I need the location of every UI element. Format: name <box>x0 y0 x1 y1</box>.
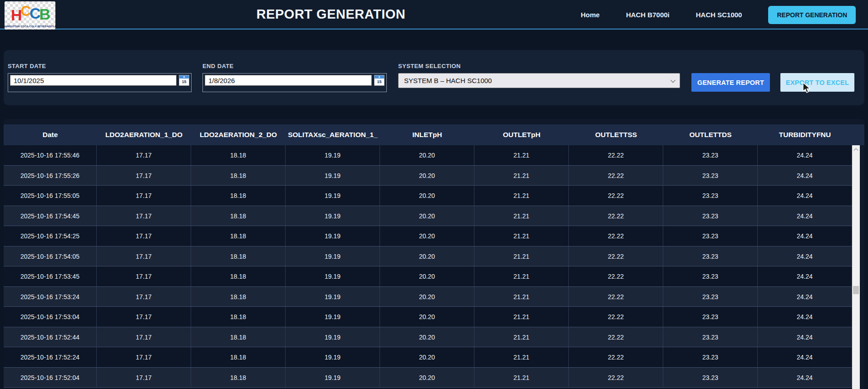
start-date-calendar-icon[interactable]: 15 <box>179 75 189 86</box>
table-row: 2025-10-16 17:55:4617.1718.1819.1920.202… <box>4 145 852 166</box>
cell-value: 19.19 <box>286 226 380 246</box>
scrollbar-thumb[interactable] <box>853 286 859 294</box>
cell-value: 20.20 <box>380 287 474 307</box>
cell-value: 23.23 <box>663 246 758 266</box>
cell-value: 17.17 <box>97 307 191 327</box>
cell-value: 22.22 <box>569 166 663 186</box>
cell-value: 24.24 <box>758 368 852 388</box>
nav-report-generation-button[interactable]: REPORT GENERATION <box>768 6 856 24</box>
cell-value: 18.18 <box>191 347 286 367</box>
cell-value: 23.23 <box>663 307 758 327</box>
cell-value: 17.17 <box>97 145 191 165</box>
cell-date: 2025-10-16 17:55:05 <box>4 186 97 206</box>
system-selection-group: SYSTEM SELECTION SYSTEM B – HACH SC1000 <box>398 63 680 88</box>
cell-date: 2025-10-16 17:54:05 <box>4 246 97 266</box>
company-logo: HCCB HINDUSTAN COCA-COLA BEVERAGES PVT. … <box>5 1 55 30</box>
cell-value: 21.21 <box>474 226 569 246</box>
cell-value: 18.18 <box>191 226 286 246</box>
table-scrollbar[interactable] <box>852 145 860 389</box>
end-date-input[interactable] <box>205 75 372 86</box>
cell-date: 2025-10-16 17:52:24 <box>4 347 97 367</box>
cell-value: 20.20 <box>380 166 474 186</box>
cell-value: 18.18 <box>191 266 286 286</box>
start-date-input[interactable] <box>10 75 177 86</box>
cell-value: 22.22 <box>569 145 663 165</box>
cell-date: 2025-10-16 17:54:45 <box>4 206 97 226</box>
chevron-down-icon <box>671 77 676 82</box>
cell-value: 21.21 <box>474 145 569 165</box>
table-row: 2025-10-16 17:55:2617.1718.1819.1920.202… <box>4 166 852 186</box>
cell-value: 18.18 <box>191 307 286 327</box>
cell-value: 23.23 <box>663 287 758 307</box>
cell-value: 24.24 <box>758 327 852 347</box>
cell-value: 19.19 <box>286 327 380 347</box>
system-selection-value: SYSTEM B – HACH SC1000 <box>404 77 492 84</box>
cell-value: 23.23 <box>663 327 758 347</box>
end-date-label: END DATE <box>202 63 387 69</box>
cell-value: 23.23 <box>663 166 758 186</box>
cell-value: 19.19 <box>286 347 380 367</box>
system-selection-dropdown[interactable]: SYSTEM B – HACH SC1000 <box>398 73 680 88</box>
cell-value: 20.20 <box>380 368 474 388</box>
export-to-excel-button[interactable]: EXPORT TO EXCEL <box>780 73 854 92</box>
nav-menu: HomeHACH B7000iHACH SC1000REPORT GENERAT… <box>581 0 856 30</box>
start-date-wrapper: 15 <box>8 73 192 92</box>
cell-value: 19.19 <box>286 166 380 186</box>
cell-value: 24.24 <box>758 145 852 165</box>
scrollbar-up-arrow-icon[interactable] <box>852 145 860 153</box>
cell-date: 2025-10-16 17:53:24 <box>4 287 97 307</box>
cell-value: 24.24 <box>758 266 852 286</box>
table-row: 2025-10-16 17:55:0517.1718.1819.1920.202… <box>4 186 852 206</box>
column-header-outletph: OUTLETpH <box>474 124 569 145</box>
cell-value: 17.17 <box>97 266 191 286</box>
table-row: 2025-10-16 17:52:0417.1718.1819.1920.202… <box>4 368 852 388</box>
cell-value: 20.20 <box>380 266 474 286</box>
cell-value: 21.21 <box>474 327 569 347</box>
nav-link-home[interactable]: Home <box>581 11 600 19</box>
cell-value: 18.18 <box>191 327 286 347</box>
cell-value: 18.18 <box>191 186 286 206</box>
cell-value: 20.20 <box>380 226 474 246</box>
cell-value: 20.20 <box>380 347 474 367</box>
calendar-icon-header <box>375 75 384 79</box>
end-date-calendar-icon[interactable]: 15 <box>374 75 385 86</box>
cell-value: 18.18 <box>191 145 286 165</box>
table-row: 2025-10-16 17:53:2417.1718.1819.1920.202… <box>4 287 852 307</box>
cell-date: 2025-10-16 17:52:44 <box>4 327 97 347</box>
column-header-solitaxsc-aeration-1: SOLITAXsc_AERATION_1_ <box>286 124 380 145</box>
cell-date: 2025-10-16 17:54:25 <box>4 226 97 246</box>
nav-link-hach-b7000i[interactable]: HACH B7000i <box>626 11 670 19</box>
cell-value: 17.17 <box>97 287 191 307</box>
cell-value: 24.24 <box>758 186 852 206</box>
page-title: REPORT GENERATION <box>256 7 406 22</box>
cell-value: 22.22 <box>569 266 663 286</box>
cell-value: 17.17 <box>97 368 191 388</box>
cell-date: 2025-10-16 17:53:45 <box>4 266 97 286</box>
cell-value: 23.23 <box>663 186 758 206</box>
cell-value: 19.19 <box>286 145 380 165</box>
cell-value: 23.23 <box>663 145 758 165</box>
cell-value: 21.21 <box>474 166 569 186</box>
calendar-icon-day: 15 <box>375 79 384 85</box>
start-date-label: START DATE <box>8 63 192 69</box>
cell-value: 17.17 <box>97 347 191 367</box>
cell-value: 19.19 <box>286 266 380 286</box>
cell-date: 2025-10-16 17:52:04 <box>4 368 97 388</box>
start-date-group: START DATE 15 <box>8 63 192 92</box>
generate-report-button[interactable]: GENERATE REPORT <box>691 73 770 92</box>
cell-value: 21.21 <box>474 266 569 286</box>
cell-value: 24.24 <box>758 226 852 246</box>
cell-value: 19.19 <box>286 246 380 266</box>
cell-value: 17.17 <box>97 327 191 347</box>
cell-value: 18.18 <box>191 287 286 307</box>
calendar-icon-header <box>179 75 189 79</box>
cell-value: 21.21 <box>474 347 569 367</box>
cell-value: 18.18 <box>191 206 286 226</box>
table-row: 2025-10-16 17:52:4417.1718.1819.1920.202… <box>4 327 852 348</box>
nav-link-hach-sc1000[interactable]: HACH SC1000 <box>696 11 742 19</box>
cell-value: 21.21 <box>474 368 569 388</box>
column-header-ldo2aeration-2-do: LDO2AERATION_2_DO <box>191 124 286 145</box>
cell-value: 24.24 <box>758 246 852 266</box>
cell-value: 22.22 <box>569 246 663 266</box>
report-table-card: DateLDO2AERATION_1_DOLDO2AERATION_2_DOSO… <box>4 119 864 389</box>
